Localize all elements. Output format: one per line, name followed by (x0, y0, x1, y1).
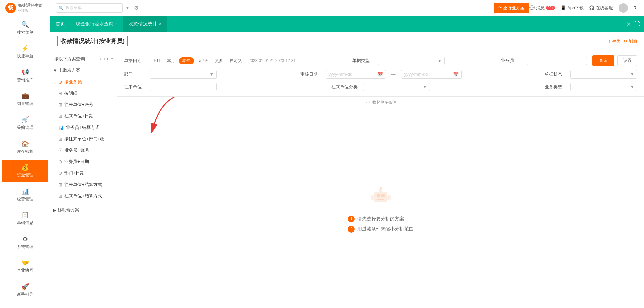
collapse-bar[interactable]: ∧∧ 收起更多条件 (117, 97, 644, 108)
counterparty-cat-select[interactable]: ▼ (363, 83, 430, 91)
dropdown-arrow-icon[interactable]: ▼ (125, 5, 130, 10)
query-button[interactable]: 查询 (592, 55, 614, 66)
online-service-button[interactable]: 🎧 在线客服 (589, 5, 613, 11)
date-tab-custom[interactable]: 自定义 (227, 57, 245, 64)
maximize-icon[interactable]: ⛶ (635, 21, 640, 27)
sidebar-label-enterprise: 企业协同 (17, 268, 33, 273)
scheme-item-10[interactable]: ⊞ 往来单位+结算方式 (54, 190, 117, 202)
dept-select[interactable]: ▼ (150, 70, 217, 79)
edition-label: 标准版 (18, 8, 42, 13)
panel-header: 按以下方案查询 + ⚙ « (50, 53, 117, 65)
settings-gear-icon[interactable]: ⚙ (134, 5, 139, 11)
scheme-icon-1: ⊞ (58, 91, 62, 96)
tab-cashflow[interactable]: 现金银行流水查询 × (70, 16, 123, 32)
sidebar-item-sales[interactable]: 💼 销售管理 (2, 88, 48, 111)
empty-tip-1: 1 请先选择要分析的方案 (348, 216, 414, 222)
dept-arrow-icon: ▼ (209, 72, 214, 77)
scheme-item-1[interactable]: ⊞ 按明细 (54, 88, 117, 99)
filter-actions: 查询 设置 (592, 55, 637, 66)
scheme-icon-5: ⊞ (58, 136, 62, 142)
app-download-button[interactable]: 📱 App下载 (560, 5, 584, 11)
purchase-icon: 🛒 (21, 116, 29, 123)
messages-button[interactable]: 💬 消息 99+ (529, 5, 555, 11)
tab-cashflow-close[interactable]: × (115, 22, 118, 27)
counterparty-select[interactable]: ... (150, 83, 217, 91)
date-tab-thisyear[interactable]: 本年 (179, 57, 194, 64)
audit-date-from-placeholder: yyyy-mm-dd (329, 72, 353, 77)
sidebar-item-enterprise[interactable]: 🤝 企业协同 (2, 255, 48, 277)
sidebar-item-finance[interactable]: 💰 资金管理 (2, 160, 48, 182)
close-all-icon[interactable]: ✕ (626, 21, 631, 28)
sidebar-item-purchase[interactable]: 🛒 采购管理 (2, 112, 48, 135)
sidebar-item-guide[interactable]: 🚀 新手引导 (2, 279, 48, 301)
sidebar-label-basic: 基础信息 (17, 220, 33, 226)
settings-scheme-icon[interactable]: ⚙ (104, 56, 108, 62)
tip-num-1: 1 (348, 216, 355, 222)
scheme-item-3[interactable]: ⊞ 往来单位+日期 (54, 110, 117, 122)
date-tab-7days[interactable]: 近7天 (195, 57, 211, 64)
doc-type-select[interactable]: ▼ (378, 57, 445, 65)
tab-receipts-close[interactable]: × (159, 22, 161, 27)
doc-status-select[interactable]: ▼ (570, 70, 637, 79)
sidebar-item-quicknav[interactable]: ⚡ 快捷导航 (2, 41, 48, 63)
scheme-item-2[interactable]: ⊞ 往来单位+账号 (54, 99, 117, 110)
user-name[interactable]: Rit (633, 5, 639, 10)
mobile-section-header[interactable]: ▶ 移动端方案 (50, 204, 117, 216)
sidebar-item-marketing[interactable]: 📢 营销推广 (2, 64, 48, 87)
scheme-item-5[interactable]: ⊞ 按往来单位+部门+收... (54, 133, 117, 145)
audit-date-to-placeholder: yyyy-mm-dd (404, 72, 428, 77)
svg-rect-1 (377, 194, 380, 197)
svg-point-5 (380, 187, 382, 189)
date-tab-lastmonth[interactable]: 上月 (150, 57, 163, 64)
biz-type-select[interactable]: ▼ (570, 83, 637, 91)
doc-type-label: 单据类型 (352, 58, 372, 64)
desktop-section-header[interactable]: ▼ 电脑端方案 (50, 65, 117, 76)
sidebar-item-basic[interactable]: 📋 基础信息 (2, 207, 48, 230)
counterparty-cat-arrow-icon: ▼ (423, 84, 427, 89)
scheme-label-8: 部门+日期 (64, 170, 85, 176)
doc-type-arrow-icon: ▼ (437, 58, 442, 63)
sidebar-item-system[interactable]: ⚙ 系统管理 (2, 231, 48, 254)
add-scheme-icon[interactable]: + (99, 56, 102, 62)
right-panel: 单据日期 上月 本月 本年 近7天 更多 自定义 2023-01-01 至 20… (117, 50, 644, 308)
sidebar-item-operation[interactable]: 📊 经营管理 (2, 184, 48, 206)
quicknav-icon: ⚡ (21, 45, 29, 52)
sidebar-item-search[interactable]: 🔍 搜索菜单 (2, 17, 48, 39)
refresh-icon: ↺ (624, 39, 627, 44)
scheme-item-0[interactable]: ⊙ 按业务员 (54, 76, 117, 88)
scheme-item-4[interactable]: 📊 业务员+结算方式 (54, 122, 117, 133)
export-button[interactable]: ↑ 导出 (609, 38, 621, 44)
audit-date-to-input[interactable]: yyyy-mm-dd 📅 (401, 70, 462, 79)
scheme-item-9[interactable]: ⊞ 往来单位+结算方式 (54, 179, 117, 190)
sidebar-item-hardware[interactable]: 🖥 智能硬件 (2, 303, 48, 308)
svg-rect-4 (379, 189, 382, 192)
collapse-panel-icon[interactable]: « (110, 56, 113, 62)
scheme-item-6[interactable]: ☑ 业务员+账号 (54, 145, 117, 156)
scheme-item-7[interactable]: ⊙ 业务员+日期 (54, 156, 117, 167)
calendar-from-icon[interactable]: 📅 (378, 72, 383, 77)
sidebar-label-purchase: 采购管理 (17, 125, 33, 131)
messages-badge: 99+ (546, 6, 555, 10)
filter-row-3: 往来单位 ... 往来单位分类 ▼ 业务类型 (124, 83, 637, 91)
user-avatar[interactable] (619, 3, 628, 13)
date-tab-more[interactable]: 更多 (212, 57, 226, 64)
panel-header-label: 按以下方案查询 (54, 56, 85, 62)
enterprise-icon: 🤝 (21, 259, 29, 266)
refresh-button[interactable]: ↺ 刷新 (624, 38, 637, 44)
date-label: 单据日期 (124, 58, 144, 64)
sidebar: 🔍 搜索菜单 ⚡ 快捷导航 📢 营销推广 💼 销售管理 🛒 采购管理 🏠 库存核… (0, 16, 50, 308)
tab-receipts[interactable]: 收款情况统计 × (123, 16, 167, 32)
tab-home[interactable]: 首页 (50, 16, 70, 32)
search-bar[interactable]: 🔍 搜索菜单 (56, 3, 123, 13)
marketing-icon: 📢 (21, 68, 29, 76)
guide-icon: 🚀 (21, 283, 29, 290)
sidebar-item-inventory[interactable]: 🏠 库存核算 (2, 136, 48, 158)
calendar-to-icon[interactable]: 📅 (453, 72, 459, 77)
salesperson-select[interactable]: ... (527, 57, 587, 65)
trial-button[interactable]: 体验行业方案 (494, 3, 529, 13)
scheme-item-8[interactable]: ⊙ 部门+日期 (54, 167, 117, 179)
settings-button[interactable]: 设置 (617, 55, 637, 66)
date-tab-thismonth[interactable]: 本月 (164, 57, 178, 64)
message-icon: 💬 (529, 5, 535, 10)
audit-date-from-input[interactable]: yyyy-mm-dd 📅 (326, 70, 386, 79)
